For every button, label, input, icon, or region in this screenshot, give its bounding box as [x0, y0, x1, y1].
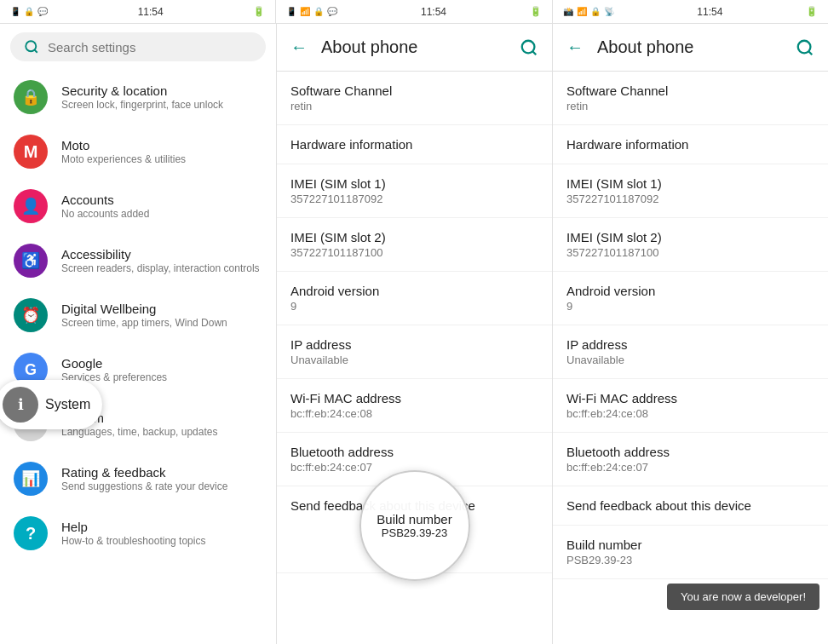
status-icons-mid: 📱📶🔒💬 — [286, 7, 337, 16]
sidebar-item-rating[interactable]: 📊 Rating & feedback Send suggestions & r… — [0, 451, 276, 506]
hardware-info-title: Hardware information — [290, 137, 538, 152]
imei1-subtitle-r: 357227101187092 — [566, 193, 814, 205]
search-input[interactable] — [48, 40, 252, 55]
imei2-subtitle: 357227101187100 — [290, 246, 538, 259]
imei1-item[interactable]: IMEI (SIM slot 1) 357227101187092 — [277, 164, 552, 218]
software-channel-title-r: Software Channel — [566, 83, 814, 98]
imei2-subtitle-r: 357227101187100 — [566, 246, 814, 259]
send-feedback-item-r[interactable]: Send feedback about this device — [553, 486, 828, 526]
hardware-info-title-r: Hardware information — [566, 137, 814, 152]
wifi-mac-title: Wi-Fi MAC address — [290, 391, 538, 405]
digital-wellbeing-title: Digital Wellbeing — [61, 302, 262, 316]
sidebar-item-accounts[interactable]: 👤 Accounts No accounts added — [0, 179, 276, 233]
accounts-icon: 👤 — [14, 189, 48, 223]
status-section-mid: 📱📶🔒💬 11:54 🔋 — [276, 0, 552, 23]
search-icon-right[interactable] — [796, 38, 814, 57]
imei2-item[interactable]: IMEI (SIM slot 2) 357227101187100 — [277, 218, 552, 272]
moto-subtitle: Moto experiences & utilities — [61, 153, 262, 165]
sidebar-item-moto[interactable]: M Moto Moto experiences & utilities — [0, 124, 276, 179]
panel-header-middle: ← About phone — [277, 24, 552, 72]
accessibility-subtitle: Screen readers, display, interaction con… — [61, 262, 262, 274]
android-version-title: Android version — [290, 284, 538, 298]
build-circle: Build number PSB29.39-23 — [359, 470, 470, 581]
imei1-title-r: IMEI (SIM slot 1) — [566, 176, 814, 191]
ip-address-subtitle: Unavailable — [290, 354, 538, 366]
build-circle-title: Build number — [377, 512, 451, 526]
build-circle-value: PSB29.39-23 — [382, 526, 447, 539]
software-channel-item-r[interactable]: Software Channel retin — [553, 72, 828, 125]
status-time-left: 11:54 — [138, 6, 164, 18]
battery-icon-left: 🔋 — [253, 6, 265, 17]
help-title: Help — [61, 520, 262, 534]
send-feedback-title-r: Send feedback about this device — [566, 498, 814, 513]
wifi-mac-item-r[interactable]: Wi-Fi MAC address bc:ff:eb:24:ce:08 — [553, 379, 828, 433]
status-section-left: 📱🔒💬 11:54 🔋 — [0, 0, 276, 23]
sidebar-item-system[interactable]: ℹ System ℹ System Languages, time, backu… — [0, 397, 276, 451]
rating-subtitle: Send suggestions & rate your device — [61, 480, 262, 492]
accounts-title: Accounts — [61, 193, 262, 207]
help-subtitle: How-to & troubleshooting topics — [61, 535, 262, 547]
sidebar-item-security[interactable]: 🔒 Security & location Screen lock, finge… — [0, 70, 276, 124]
ip-address-item[interactable]: IP address Unavailable — [277, 325, 552, 379]
imei1-subtitle: 357227101187092 — [290, 193, 538, 205]
android-version-title-r: Android version — [566, 284, 814, 298]
digital-wellbeing-subtitle: Screen time, app timers, Wind Down — [61, 317, 262, 329]
android-version-subtitle-r: 9 — [566, 300, 814, 313]
security-icon: 🔒 — [14, 80, 48, 114]
system-bubble-label: System — [45, 397, 90, 412]
settings-panel: 🔒 Security & location Screen lock, finge… — [0, 24, 277, 644]
bluetooth-item-r[interactable]: Bluetooth address bc:ff:eb:24:ce:07 — [553, 433, 828, 486]
about-panel-middle: ← About phone Software Channel retin Har… — [277, 24, 553, 644]
build-number-subtitle-r: PSB29.39-23 — [566, 554, 814, 566]
imei1-item-r[interactable]: IMEI (SIM slot 1) 357227101187092 — [553, 164, 828, 218]
hardware-info-item-r[interactable]: Hardware information — [553, 125, 828, 164]
ip-address-title: IP address — [290, 337, 538, 352]
android-version-item[interactable]: Android version 9 — [277, 272, 552, 325]
sidebar-item-help[interactable]: ? Help How-to & troubleshooting topics — [0, 506, 276, 561]
svg-line-5 — [808, 51, 812, 55]
settings-list: 🔒 Security & location Screen lock, finge… — [0, 70, 276, 644]
accounts-subtitle: No accounts added — [61, 208, 262, 220]
search-bar[interactable] — [10, 32, 266, 61]
google-subtitle: Services & preferences — [61, 371, 262, 383]
software-channel-subtitle-r: retin — [566, 100, 814, 112]
svg-line-1 — [34, 49, 37, 52]
accessibility-icon: ♿ — [14, 244, 48, 278]
back-arrow-middle[interactable]: ← — [290, 37, 308, 57]
hardware-info-item[interactable]: Hardware information — [277, 125, 552, 164]
software-channel-item[interactable]: Software Channel retin — [277, 72, 552, 125]
imei2-title-r: IMEI (SIM slot 2) — [566, 230, 814, 244]
bluetooth-subtitle-r: bc:ff:eb:24:ce:07 — [566, 461, 814, 474]
developer-toast: You are now a developer! — [667, 584, 819, 610]
svg-point-2 — [522, 40, 535, 53]
panel-header-right: ← About phone — [553, 24, 828, 72]
ip-address-subtitle-r: Unavailable — [566, 354, 814, 366]
imei2-title: IMEI (SIM slot 2) — [290, 230, 538, 244]
system-bubble: ℹ System — [0, 380, 102, 429]
build-number-item-middle[interactable]: Send feedback about this device Build nu… — [277, 486, 552, 573]
about-panel-right: ← About phone Software Channel retin Har… — [553, 24, 828, 644]
status-time-right: 11:54 — [697, 6, 722, 18]
status-time-mid: 11:54 — [421, 6, 446, 18]
imei1-title: IMEI (SIM slot 1) — [290, 176, 538, 191]
imei2-item-r[interactable]: IMEI (SIM slot 2) 357227101187100 — [553, 218, 828, 272]
android-version-item-r[interactable]: Android version 9 — [553, 272, 828, 325]
battery-icon-right: 🔋 — [806, 6, 818, 17]
main-layout: 🔒 Security & location Screen lock, finge… — [0, 24, 828, 644]
back-arrow-right[interactable]: ← — [566, 37, 584, 57]
rating-title: Rating & feedback — [61, 465, 262, 480]
status-section-right: 📸📶🔒📡 11:54 🔋 — [553, 0, 828, 23]
accessibility-title: Accessibility — [61, 247, 262, 262]
digital-wellbeing-icon: ⏰ — [14, 298, 48, 332]
build-number-item-r[interactable]: Build number PSB29.39-23 — [553, 526, 828, 579]
sidebar-item-accessibility[interactable]: ♿ Accessibility Screen readers, display,… — [0, 233, 276, 288]
search-icon-middle[interactable] — [520, 38, 538, 57]
panel-title-right: About phone — [597, 37, 782, 57]
sidebar-item-digital-wellbeing[interactable]: ⏰ Digital Wellbeing Screen time, app tim… — [0, 288, 276, 342]
security-subtitle: Screen lock, fingerprint, face unlock — [61, 99, 262, 111]
ip-address-title-r: IP address — [566, 337, 814, 352]
ip-address-item-r[interactable]: IP address Unavailable — [553, 325, 828, 379]
system-bubble-icon: ℹ — [3, 387, 38, 423]
wifi-mac-item[interactable]: Wi-Fi MAC address bc:ff:eb:24:ce:08 — [277, 379, 552, 433]
battery-icon-mid: 🔋 — [530, 6, 542, 17]
